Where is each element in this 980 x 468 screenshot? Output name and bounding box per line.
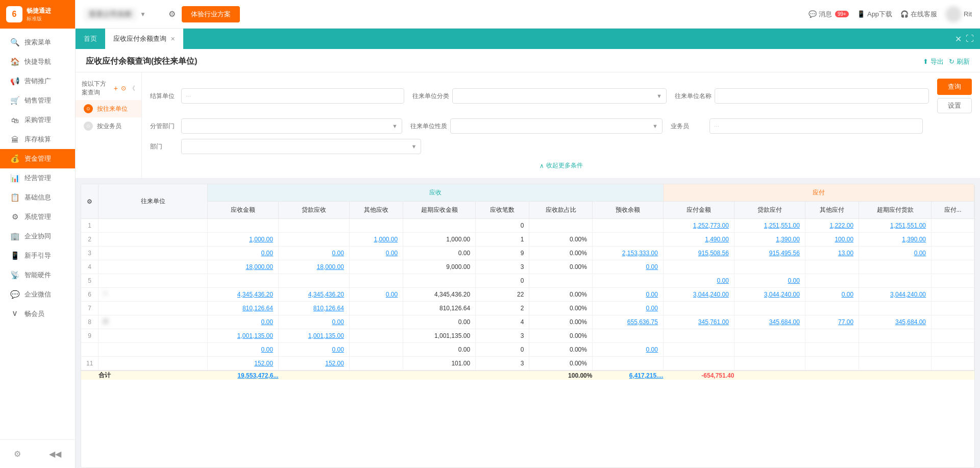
table-cell[interactable]: 1,251,551.00 [859,219,932,233]
export-btn[interactable]: ⬆ 导出 [923,57,944,66]
settings-bottom-icon[interactable]: ⚙ [11,446,24,462]
sidebar-item-business[interactable]: 📊 经营管理 [0,168,75,188]
table-cell[interactable]: 345,761.00 [663,315,734,329]
category-input[interactable]: ▼ [452,88,667,104]
dept-input[interactable]: ▼ [181,118,402,134]
company-dropdown-icon[interactable]: ▼ [140,11,146,18]
table-footer: 合计 19,553,472,6... 100.00% 6,417,215....… [81,371,974,380]
table-cell[interactable]: 0.00 [207,247,278,260]
sidebar-item-marketing[interactable]: 📢 营销推广 [0,71,75,91]
table-cell[interactable]: 655,636.75 [592,315,663,329]
sidebar-item-finance[interactable]: 💰 资金管理 [0,149,75,168]
table-cell[interactable]: 0.00 [805,288,859,302]
tab-close-window-icon[interactable]: ✕ [955,34,962,44]
table-container[interactable]: ⚙ 往来单位 应收 应付 应收金额 贷款应收 其他应收 超期应收金额 应收笔数 … [81,184,975,468]
table-cell[interactable]: 345,684.00 [734,315,805,329]
table-cell [592,357,663,371]
table-cell[interactable]: 1,490.00 [663,233,734,247]
table-cell[interactable]: 77.00 [805,315,859,329]
table-cell[interactable]: 1,000.00 [349,233,403,247]
table-cell[interactable]: 0.00 [592,343,663,357]
tab-close-icon[interactable]: ✕ [170,36,175,42]
filter-collapse-icon[interactable]: 《 [129,84,135,93]
table-cell[interactable]: 1,001,135.00 [207,329,278,343]
add-filter-btn[interactable]: + [114,84,118,92]
sidebar-item-system[interactable]: ⚙ 系统管理 [0,207,75,227]
nature-input[interactable]: ▼ [450,118,663,134]
table-cell[interactable]: 18,000.00 [207,260,278,274]
table-cell[interactable]: 810,126.64 [278,302,349,315]
notification-btn[interactable]: 💬 消息 99+ [808,10,849,19]
table-cell[interactable]: 915,495.56 [734,247,805,260]
table-cell[interactable]: 0.00 [663,274,734,288]
sidebar-item-basic[interactable]: 📋 基础信息 [0,188,75,207]
footer-ar-amount[interactable]: 19,553,472,6... [207,371,278,380]
table-cell[interactable]: 0.00 [592,288,663,302]
table-cell[interactable]: 18,000.00 [278,260,349,274]
app-download-btn[interactable]: 📱 App下载 [857,10,892,19]
user-avatar-area[interactable]: Rit [945,6,972,22]
table-cell[interactable]: 0.00 [278,247,349,260]
table-cell[interactable]: 100.00 [805,233,859,247]
salesperson-input[interactable]: ··· [709,118,923,134]
table-cell[interactable]: 0.00 [349,247,403,260]
set-btn[interactable]: 设置 [937,98,972,113]
table-cell[interactable]: 0.00 [592,260,663,274]
query-item-customer[interactable]: ⊙ 按往来单位 [76,100,141,117]
header-gear-icon[interactable]: ⚙ [168,9,176,19]
refresh-btn[interactable]: ↻ 刷新 [949,57,970,66]
table-cell[interactable]: 810,126.64 [207,302,278,315]
query-item-staff[interactable]: ⊙ 按业务员 [76,117,141,135]
table-cell[interactable]: 0.00 [278,315,349,329]
sidebar-item-inventory[interactable]: 🏛 库存核算 [0,130,75,149]
table-cell[interactable]: 1,390.00 [734,233,805,247]
dept2-input[interactable]: ▼ [181,139,421,154]
table-cell[interactable]: 915,508.56 [663,247,734,260]
footer-ar-prepay[interactable]: 6,417,215.... [592,371,663,380]
table-cell[interactable]: 1,000.00 [207,233,278,247]
table-settings-icon[interactable]: ⚙ [87,198,92,205]
tab-maximize-icon[interactable]: ⛶ [966,34,974,43]
sidebar-item-search[interactable]: 🔍 搜索菜单 [0,33,75,52]
table-cell[interactable]: 13.00 [805,247,859,260]
sidebar-item-wechat[interactable]: 💬 企业微信 [0,285,75,304]
table-cell[interactable]: 1,222.00 [805,219,859,233]
table-cell[interactable]: 152.00 [278,357,349,371]
sidebar-item-member[interactable]: V 畅会员 [0,304,75,324]
sidebar-item-sales[interactable]: 🛒 销售管理 [0,91,75,110]
settlement-input[interactable]: ··· [181,88,404,104]
table-cell[interactable]: 0.00 [207,343,278,357]
query-btn[interactable]: 查询 [937,79,972,95]
online-service-btn[interactable]: 🎧 在线客服 [900,10,937,19]
sidebar-item-hardware[interactable]: 📡 智能硬件 [0,265,75,285]
table-cell[interactable]: 3,044,240.00 [859,288,932,302]
table-cell[interactable]: 3,044,240.00 [734,288,805,302]
name-input[interactable] [715,88,929,104]
table-cell[interactable]: 0.00 [734,274,805,288]
table-cell[interactable]: 0.00 [859,247,932,260]
table-cell[interactable]: 0.00 [349,288,403,302]
filter-settings-icon[interactable]: ⊙ [121,85,126,92]
table-cell[interactable]: 1,390.00 [859,233,932,247]
table-cell[interactable]: 0.00 [207,315,278,329]
table-cell[interactable]: 0.00 [592,302,663,315]
table-cell[interactable]: 1,001,135.00 [278,329,349,343]
table-cell[interactable]: 1,251,551.00 [734,219,805,233]
sidebar-item-corp[interactable]: 🏢 企业协同 [0,227,75,246]
tab-home[interactable]: 首页 [76,29,105,49]
table-cell[interactable]: 0.00 [278,343,349,357]
table-cell[interactable]: 152.00 [207,357,278,371]
table-cell[interactable]: 345,684.00 [859,315,932,329]
sidebar-item-purchase[interactable]: 🛍 采购管理 [0,110,75,130]
table-cell[interactable]: 4,345,436.20 [278,288,349,302]
table-cell[interactable]: 1,252,773.00 [663,219,734,233]
table-cell[interactable]: 4,345,436.20 [207,288,278,302]
sidebar-item-newbie[interactable]: 📱 新手引导 [0,246,75,265]
collapse-more-btn[interactable]: ∧ 收起更多条件 [150,159,972,172]
table-cell[interactable]: 3,044,240.00 [663,288,734,302]
sidebar-item-shortcut[interactable]: 🏠 快捷导航 [0,52,75,71]
try-solution-btn[interactable]: 体验行业方案 [182,6,240,22]
table-cell[interactable]: 2,153,333.00 [592,247,663,260]
collapse-sidebar-btn[interactable]: ◀◀ [46,446,64,462]
tab-ar-ap[interactable]: 应收应付余额查询 ✕ [105,29,183,49]
